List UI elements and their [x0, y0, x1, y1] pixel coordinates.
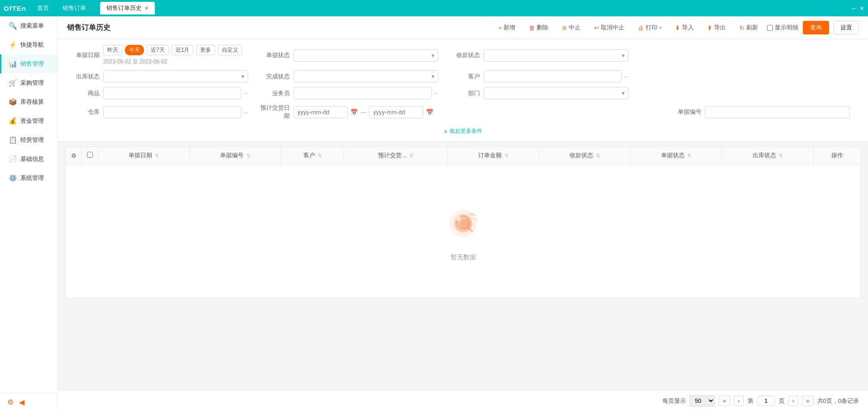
- th-bill-number[interactable]: 单据编号 ⇅: [190, 147, 281, 164]
- export-button[interactable]: ⬆ 导出: [703, 21, 730, 34]
- customer-filter-control: ···: [484, 70, 628, 82]
- empty-illustration: [441, 201, 486, 246]
- date-btn-more[interactable]: 更多: [196, 45, 215, 55]
- date-btn-7days[interactable]: 近7天: [147, 45, 169, 55]
- top-bar: OfTEn 首页 销售订单 ✕ 销售订单历史 ✕ ─ ✕: [0, 0, 868, 16]
- expected-date-label: 预计交货日期: [257, 104, 293, 120]
- tab-sales-order-history[interactable]: 销售订单历史 ✕: [100, 2, 155, 15]
- th-order-amount-sort: ⇅: [504, 153, 508, 158]
- first-page-button[interactable]: «: [719, 396, 730, 406]
- empty-state-cell: 暂无数据: [66, 164, 861, 298]
- sidebar-item-sales-mgmt[interactable]: 📊 销售管理: [0, 54, 58, 73]
- query-button[interactable]: 查询: [803, 21, 829, 34]
- expected-date-to-icon[interactable]: 📅: [426, 109, 433, 116]
- delete-icon: 🗑: [529, 24, 535, 31]
- stop-button[interactable]: ⊘ 中止: [557, 21, 585, 34]
- delete-label: 删除: [537, 24, 548, 32]
- print-button[interactable]: 🖨 打印 ▾: [633, 21, 666, 34]
- show-detail-checkbox-label[interactable]: 显示明细: [767, 24, 798, 32]
- table-settings-header[interactable]: ⚙: [66, 147, 82, 164]
- table-header-row: ⚙ 单据日期 ⇅ 单据编号 ⇅ 客户: [66, 147, 861, 164]
- complete-status-select[interactable]: [293, 70, 438, 82]
- th-receipt-status-sort: ⇅: [596, 153, 600, 158]
- sidebar-item-operations-mgmt[interactable]: 📋 经营管理: [0, 131, 58, 150]
- th-customer[interactable]: 客户 ⇅: [281, 147, 344, 164]
- goods-input[interactable]: [103, 87, 241, 99]
- receipt-status-control: [484, 49, 628, 62]
- department-select[interactable]: [484, 87, 628, 99]
- sidebar-bottom: ⚙ ◀: [0, 393, 58, 411]
- sidebar-item-purchase-mgmt[interactable]: 🛒 采购管理: [0, 73, 58, 92]
- cancel-stop-button[interactable]: ↩ 取消中止: [590, 21, 629, 34]
- bill-status-select[interactable]: [293, 49, 438, 62]
- bill-number-input[interactable]: [705, 106, 850, 118]
- new-button[interactable]: + 新增: [494, 21, 520, 34]
- outbound-status-control: [103, 70, 248, 82]
- import-button[interactable]: ⬇ 导入: [671, 21, 698, 34]
- prev-page-button[interactable]: ‹: [734, 396, 744, 406]
- date-btn-1month[interactable]: 近1月: [172, 45, 194, 55]
- th-operation-label: 操作: [831, 152, 843, 159]
- salesperson-filter-label: 业务员: [257, 89, 293, 97]
- table-checkbox-header[interactable]: [82, 147, 98, 164]
- th-order-amount[interactable]: 订单金额 ⇅: [447, 147, 539, 164]
- tab-sales-order[interactable]: 销售订单 ✕: [56, 2, 99, 15]
- sidebar-item-quick-nav[interactable]: ⚡ 快捷导航: [0, 35, 58, 54]
- last-page-button[interactable]: »: [802, 396, 813, 406]
- sidebar-item-basic-info-label: 基础信息: [20, 155, 44, 163]
- department-filter-control: [484, 87, 628, 99]
- tab-sales-order-history-close[interactable]: ✕: [144, 5, 149, 11]
- expected-date-from-icon[interactable]: 📅: [350, 109, 358, 116]
- sidebar-item-system-mgmt[interactable]: ⚙️ 系统管理: [0, 169, 58, 188]
- th-expected-delivery[interactable]: 预计交货... ⇅: [344, 147, 447, 164]
- per-page-select[interactable]: 50 10 20 100: [690, 395, 715, 406]
- goods-dots[interactable]: ···: [243, 90, 248, 97]
- customer-input[interactable]: [484, 70, 622, 82]
- th-bill-status[interactable]: 单据状态 ⇅: [630, 147, 722, 164]
- th-expected-delivery-label: 预计交货...: [378, 152, 407, 159]
- bill-status-label: 单据状态: [257, 51, 293, 59]
- show-detail-checkbox[interactable]: [767, 25, 773, 31]
- expected-date-to[interactable]: [369, 106, 423, 118]
- sidebar-item-fund-mgmt[interactable]: 💰 资金管理: [0, 111, 58, 131]
- th-bill-status-sort: ⇅: [687, 153, 691, 158]
- refresh-button[interactable]: ↻ 刷新: [735, 21, 762, 34]
- tab-sales-order-close[interactable]: ✕: [89, 5, 93, 11]
- sidebar-item-system-mgmt-label: 系统管理: [20, 174, 44, 182]
- tab-home[interactable]: 首页: [31, 2, 55, 15]
- th-bill-date[interactable]: 单据日期 ⇅: [98, 147, 190, 164]
- outbound-status-select[interactable]: [103, 70, 248, 82]
- department-select-wrapper: [484, 87, 628, 99]
- page-number-input[interactable]: [757, 396, 775, 406]
- date-btn-yesterday[interactable]: 昨天: [103, 45, 122, 55]
- empty-state: 暂无数据: [66, 164, 860, 298]
- new-label: 新增: [504, 24, 515, 32]
- pagination-bar: 每页显示 50 10 20 100 « ‹ 第 页 › » 共0页，0条记录: [58, 390, 868, 411]
- svg-point-5: [455, 215, 460, 221]
- salesperson-input[interactable]: [293, 87, 432, 99]
- table-select-all[interactable]: [87, 152, 93, 158]
- sidebar-item-search-menu[interactable]: 🔍 搜索菜单: [0, 16, 58, 35]
- sidebar-item-inventory-check[interactable]: 📦 库存核算: [0, 92, 58, 111]
- window-minimize-icon[interactable]: ─: [852, 5, 856, 12]
- window-close-icon[interactable]: ✕: [859, 5, 864, 12]
- date-btn-custom[interactable]: 自定义: [218, 45, 242, 55]
- customer-dots[interactable]: ···: [623, 73, 628, 80]
- warehouse-input[interactable]: [103, 106, 241, 118]
- sidebar-settings-icon[interactable]: ⚙: [7, 398, 14, 406]
- sidebar-item-basic-info[interactable]: 📄 基础信息: [0, 150, 58, 169]
- salesperson-dots[interactable]: ···: [433, 90, 438, 97]
- settings-button[interactable]: 设置: [834, 21, 859, 34]
- date-btn-today[interactable]: 今天: [125, 45, 144, 55]
- th-customer-label: 客户: [303, 152, 315, 159]
- warehouse-dots[interactable]: ···: [243, 109, 248, 116]
- collapse-bar[interactable]: ∧ 收起更多条件: [67, 125, 859, 136]
- delete-button[interactable]: 🗑 删除: [524, 21, 553, 34]
- th-outbound-status[interactable]: 出库状态 ⇅: [722, 147, 813, 164]
- receipt-status-select[interactable]: [484, 49, 628, 62]
- next-page-button[interactable]: ›: [788, 396, 798, 406]
- sidebar-collapse-icon[interactable]: ◀: [19, 398, 24, 406]
- th-receipt-status[interactable]: 收款状态 ⇅: [539, 147, 630, 164]
- goods-filter-label: 商品: [67, 89, 103, 97]
- expected-date-from[interactable]: [293, 106, 348, 118]
